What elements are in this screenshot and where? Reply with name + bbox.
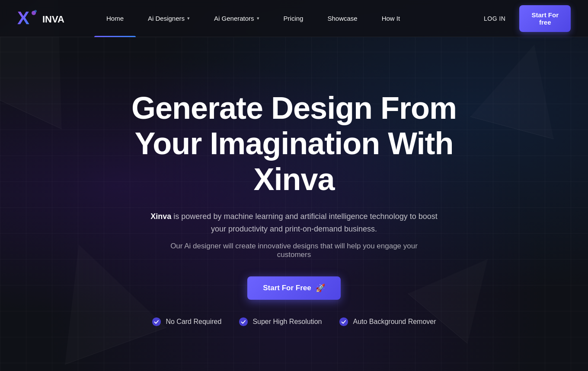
hero-section: Generate Design From Your Imagination Wi… bbox=[0, 37, 588, 371]
hero-sub-description: Our Ai designer will create innovative d… bbox=[164, 242, 424, 259]
features-list: No Card Required Super High Resolution A… bbox=[152, 317, 436, 327]
chevron-down-icon: ▾ bbox=[257, 16, 259, 21]
svg-point-2 bbox=[34, 10, 37, 13]
logo-icon: X bbox=[17, 8, 39, 29]
nav-pricing[interactable]: Pricing bbox=[272, 0, 316, 37]
svg-point-6 bbox=[339, 317, 348, 326]
svg-text:INVA: INVA bbox=[42, 14, 64, 25]
check-icon bbox=[339, 317, 348, 327]
feature-bg-remover-label: Auto Background Remover bbox=[353, 318, 436, 326]
login-button[interactable]: LOG IN bbox=[477, 12, 512, 25]
feature-no-card-label: No Card Required bbox=[166, 318, 221, 326]
nav-ai-designers[interactable]: Ai Designers ▾ bbox=[136, 0, 202, 37]
hero-cta-label: Start For Free bbox=[263, 284, 311, 292]
check-icon bbox=[239, 317, 248, 327]
logo[interactable]: X INVA bbox=[17, 8, 77, 29]
svg-point-4 bbox=[152, 317, 161, 326]
svg-point-5 bbox=[239, 317, 248, 326]
logo-text: INVA bbox=[42, 12, 77, 25]
nav-ai-generators[interactable]: Ai Generators ▾ bbox=[202, 0, 272, 37]
navbar-left: X INVA Home Ai Designers ▾ Ai Generators… bbox=[17, 0, 412, 37]
hero-title: Generate Design From Your Imagination Wi… bbox=[99, 90, 489, 197]
hero-description-body: is powered by machine learning and artif… bbox=[171, 212, 437, 233]
navbar-right: LOG IN Start Forfree bbox=[477, 5, 571, 32]
brand-name: Xinva bbox=[150, 212, 171, 221]
feature-high-resolution-label: Super High Resolution bbox=[252, 318, 322, 326]
rocket-icon: 🚀 bbox=[316, 283, 325, 293]
feature-high-resolution: Super High Resolution bbox=[239, 317, 322, 327]
feature-bg-remover: Auto Background Remover bbox=[339, 317, 436, 327]
svg-text:X: X bbox=[17, 8, 29, 28]
nav-how-it[interactable]: How It bbox=[370, 0, 412, 37]
chevron-down-icon: ▾ bbox=[187, 16, 190, 21]
feature-no-card: No Card Required bbox=[152, 317, 221, 327]
start-for-free-button[interactable]: Start Forfree bbox=[519, 5, 571, 32]
navbar: X INVA Home Ai Designers ▾ Ai Generators… bbox=[0, 0, 588, 37]
hero-description: Xinva is powered by machine learning and… bbox=[143, 210, 445, 235]
nav-links: Home Ai Designers ▾ Ai Generators ▾ Pric… bbox=[94, 0, 412, 37]
hero-cta-button[interactable]: Start For Free 🚀 bbox=[247, 276, 340, 300]
nav-showcase[interactable]: Showcase bbox=[315, 0, 369, 37]
nav-home[interactable]: Home bbox=[94, 0, 136, 37]
check-icon bbox=[152, 317, 161, 327]
